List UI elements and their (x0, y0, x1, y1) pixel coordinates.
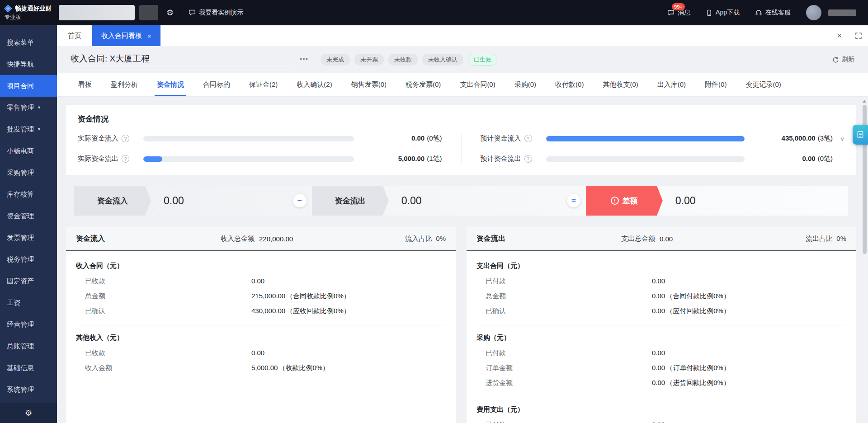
tab-income-contract-dashboard[interactable]: 收入合同看板 × (92, 25, 160, 46)
tab-home[interactable]: 首页 (57, 25, 92, 46)
messages-badge: 99+ (672, 3, 685, 10)
tab-change-records[interactable]: 变更记录(0) (736, 73, 790, 96)
info-icon[interactable]: ? (122, 155, 129, 163)
window-tabbar: 首页 收入合同看板 × × (57, 25, 868, 46)
inflow-detail-card: 资金流入 收入总金额 220,000.00 流入占比 0% 收入合同（元） (66, 227, 456, 423)
detail-row-value: 0.00 (251, 349, 446, 357)
sidebar-settings-button[interactable]: ⚙ (0, 403, 57, 423)
content: 首页 收入合同看板 × × 收入合同: X大厦工程 ⋯ 未完成 未开票 未收款 … (57, 25, 868, 423)
scrollbar-track[interactable] (862, 98, 867, 422)
main-row: 搜索菜单 快捷导航 项目合同 零售管理▼ 批发管理▼ 小畅电商 采购管理 库存核… (0, 25, 868, 423)
expand-chevron-icon[interactable]: ∨ (840, 135, 844, 142)
detail-row-value: 0.00 (652, 421, 846, 423)
sidebar-item-tax[interactable]: 税务管理 (0, 249, 57, 270)
phone-icon (706, 9, 712, 16)
detail-row-value: 0.00（应付回款比例0%） (652, 307, 846, 315)
messages-button[interactable]: 99+ 消息 (667, 9, 690, 17)
sidebar-item-project-contract[interactable]: 项目合同 (0, 75, 57, 97)
sidebar-item-purchase[interactable]: 采购管理 (0, 162, 57, 183)
tab-profit-analysis[interactable]: 盈利分析 (101, 73, 147, 96)
fund-metric-value: 0.00(0笔) (354, 134, 442, 143)
sidebar-item-payroll[interactable]: 工资 (0, 292, 57, 314)
progress-fill (546, 136, 745, 141)
tab-attachments[interactable]: 附件(0) (695, 73, 736, 96)
sidebar-item-basic-info[interactable]: 基础信息 (0, 357, 57, 379)
status-badge: 未完成 (321, 54, 350, 66)
sidebar-item-operations[interactable]: 经营管理 (0, 314, 57, 335)
redacted-company-selector[interactable] (59, 5, 135, 20)
sidebar-item-inventory[interactable]: 库存核算 (0, 183, 57, 205)
outflow-total: 0.00 (401, 195, 422, 207)
card-total: 支出总金额 0.00 (621, 235, 756, 243)
sidebar-item-quick-nav[interactable]: 快捷导航 (0, 53, 57, 75)
app-download-button[interactable]: App下载 (706, 9, 740, 17)
sidebar-item-fixed-assets[interactable]: 固定资产 (0, 270, 57, 292)
user-avatar[interactable] (806, 5, 821, 20)
sidebar-item-general-ledger[interactable]: 总账管理 (0, 335, 57, 357)
status-badge-effective: 已生效 (468, 54, 497, 66)
card-title: 资金流出 (476, 234, 621, 244)
app-logo-subtitle: 专业版 (4, 14, 55, 21)
detail-row-value: 0.00（合同付款比例0%） (652, 292, 846, 301)
sidebar-item-invoice[interactable]: 发票管理 (0, 227, 57, 249)
user-account[interactable] (806, 5, 856, 20)
more-options-icon[interactable]: ⋯ (299, 53, 309, 66)
detail-row-note: （订单付款比例0%） (666, 364, 730, 371)
card-ratio-value: 0% (836, 235, 846, 243)
progress-track (143, 136, 354, 141)
tab-tax-invoice[interactable]: 税务发票(0) (396, 73, 450, 96)
app-logo: 畅捷通好业财 专业版 (0, 1, 57, 24)
difference-label: 差额 (623, 196, 638, 206)
fullscreen-icon[interactable] (849, 25, 868, 46)
outflow-tag-label: 资金流出 (335, 196, 366, 206)
tab-revenue-confirmation[interactable]: 收入确认(2) (287, 73, 341, 96)
detail-row-value: 430,000.00（应收回款比例0%） (251, 307, 446, 315)
sidebar-item-label: 快捷导航 (7, 60, 34, 69)
settings-gear-icon[interactable]: ⚙ (166, 8, 174, 18)
demo-link[interactable]: 我要看实例演示 (189, 9, 243, 17)
card-title: 资金流入 (76, 234, 221, 244)
progress-track (546, 136, 745, 141)
sidebar-item-ecommerce[interactable]: 小畅电商 (0, 140, 57, 162)
funds-status-panel: 资金情况 实际资金流入 ? 0.00(0笔) (66, 105, 856, 175)
detail-row-value: 0.00 (251, 277, 446, 286)
info-icon[interactable]: ? (524, 155, 532, 163)
info-icon[interactable]: ? (524, 135, 532, 142)
detail-row-value: 5,000.00（收款比例0%） (251, 364, 446, 372)
sidebar-item-system[interactable]: 系统管理 (0, 379, 57, 400)
fund-metric-label-text: 实际资金流出 (78, 155, 118, 163)
online-service-label: 在线客服 (765, 9, 791, 17)
tab-close-icon[interactable]: × (147, 33, 151, 39)
tab-funds-status[interactable]: 资金情况 (147, 73, 193, 96)
redacted-chip[interactable] (139, 5, 158, 20)
sidebar-item-label: 工资 (7, 299, 20, 307)
outflow-tag: 资金流出 (312, 186, 389, 216)
status-badge: 未收款 (388, 54, 418, 66)
tab-stock-in-out[interactable]: 出入库(0) (648, 73, 695, 96)
tab-kanban[interactable]: 看板 (69, 73, 101, 96)
tab-margin-deposit[interactable]: 保证金(2) (240, 73, 287, 96)
online-service-button[interactable]: 在线客服 (755, 9, 791, 17)
sidebar-item-retail[interactable]: 零售管理▼ (0, 97, 57, 118)
tab-purchase[interactable]: 采购(0) (505, 73, 546, 96)
sidebar-item-search-menu[interactable]: 搜索菜单 (0, 32, 57, 53)
tab-contract-subject[interactable]: 合同标的 (193, 73, 240, 96)
minus-glyph: − (297, 196, 302, 205)
close-tabs-icon[interactable]: × (830, 25, 849, 46)
inflow-tag-label: 资金流入 (97, 196, 128, 206)
feedback-widget[interactable] (853, 125, 868, 145)
fund-metric-value: 0.00(0笔) (745, 155, 833, 163)
tab-expense-contract[interactable]: 支出合同(0) (450, 73, 505, 96)
info-icon[interactable]: ? (122, 135, 129, 142)
tab-sales-invoice[interactable]: 销售发票(0) (342, 73, 396, 96)
tab-label: 收入合同看板 (101, 32, 142, 40)
tab-other-income-expense[interactable]: 其他收支(0) (593, 73, 647, 96)
scrollbar-up-arrow[interactable] (863, 100, 866, 103)
fund-metric-amount: 0.00 (802, 155, 815, 162)
refresh-button[interactable]: 刷新 (832, 56, 854, 64)
sidebar-item-funds[interactable]: 资金管理 (0, 205, 57, 227)
divider (76, 325, 446, 325)
detail-row-amount: 0.00 (652, 292, 665, 300)
sidebar-item-wholesale[interactable]: 批发管理▼ (0, 118, 57, 140)
tab-receipts-payments[interactable]: 收付款(0) (546, 73, 593, 96)
